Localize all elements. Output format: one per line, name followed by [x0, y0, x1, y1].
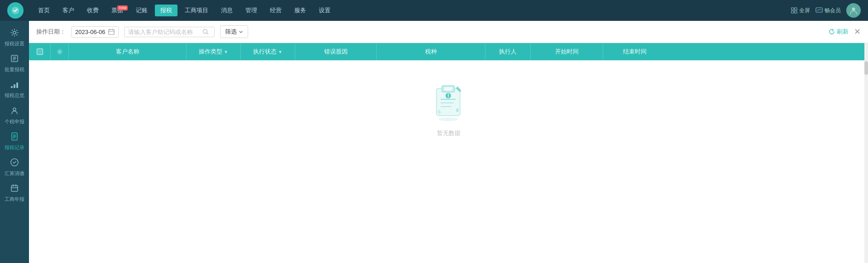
sidebar-label-tax-records: 报税记录	[5, 145, 24, 151]
empty-illustration	[428, 78, 469, 124]
batch-tax-icon	[10, 54, 19, 65]
member-button[interactable]: 畅会员	[815, 7, 841, 15]
date-picker[interactable]: 2023-06-06	[71, 26, 119, 38]
sidebar-item-batch-tax[interactable]: 批量报税	[0, 50, 29, 76]
svg-rect-1	[795, 8, 797, 10]
refresh-button[interactable]: 刷新	[829, 28, 849, 36]
th-client-name: 客户名称	[69, 43, 187, 60]
nav-message[interactable]: 消息	[216, 5, 238, 16]
empty-state: 暂无数据	[29, 60, 868, 156]
sidebar-item-tax-overview[interactable]: 报税总览	[0, 76, 29, 102]
nav-client[interactable]: 客户	[57, 5, 80, 16]
gear-icon	[57, 49, 63, 55]
svg-rect-20	[444, 87, 452, 91]
search-input[interactable]	[128, 29, 201, 35]
sidebar-item-tax-records[interactable]: 报税记录	[0, 128, 29, 154]
personal-tax-icon	[10, 106, 19, 117]
close-button[interactable]: ✕	[854, 27, 861, 37]
sidebar-label-batch-tax: 批量报税	[5, 67, 24, 73]
svg-point-11	[13, 108, 16, 111]
toolbar-right: 刷新 ✕	[829, 27, 861, 37]
avatar[interactable]	[846, 3, 861, 18]
nav-service[interactable]: 服务	[289, 5, 312, 16]
annual-report-icon	[10, 184, 19, 195]
svg-rect-14	[11, 185, 18, 191]
nav-tax[interactable]: 报税	[155, 5, 177, 16]
header-checkbox[interactable]	[37, 49, 43, 55]
th-exec-status: 执行状态 ▼	[241, 43, 295, 60]
svg-point-16	[203, 29, 207, 34]
svg-rect-15	[109, 29, 114, 34]
new-badge: new	[117, 5, 128, 10]
sidebar-label-settlement: 汇算清缴	[5, 170, 24, 176]
refresh-icon	[829, 29, 835, 35]
th-tax-type: 税种	[377, 43, 485, 60]
nav-business[interactable]: 工商项目	[179, 5, 214, 16]
sidebar-label-tax-settings: 报税设置	[5, 41, 24, 47]
th-start-time: 开始时间	[531, 43, 603, 60]
nav-settings[interactable]: 设置	[313, 5, 336, 16]
main-layout: 报税设置 批量报税 报税总览	[0, 21, 868, 263]
date-value: 2023-06-06	[75, 29, 106, 35]
top-nav-right: 全屏 畅会员	[791, 3, 861, 18]
svg-rect-10	[16, 83, 18, 88]
nav-home[interactable]: 首页	[33, 5, 55, 16]
settings-icon	[10, 28, 19, 39]
svg-point-5	[852, 8, 855, 11]
tax-records-icon	[10, 132, 19, 143]
sidebar-item-annual-report[interactable]: 工商年报	[0, 180, 29, 206]
svg-rect-3	[795, 11, 797, 13]
svg-rect-2	[791, 11, 794, 13]
chevron-down-icon	[239, 29, 243, 34]
content-area: 操作日期： 2023-06-06 筛选	[29, 21, 868, 263]
scrollbar-thumb[interactable]	[864, 61, 868, 75]
sidebar-item-settlement[interactable]: 汇算清缴	[0, 154, 29, 180]
nav-bookkeeping[interactable]: 记账	[130, 5, 153, 16]
svg-rect-8	[11, 86, 13, 88]
top-nav: 首页 客户 收费 票据 new 记账 报税 工商项目 消息 管理 经营 服务 设…	[0, 0, 868, 21]
nav-manage[interactable]: 管理	[240, 5, 263, 16]
sort-icon-2: ▼	[278, 49, 283, 54]
th-checkbox[interactable]	[29, 43, 51, 60]
svg-rect-9	[14, 84, 15, 88]
sidebar-item-personal-tax[interactable]: 个税申报	[0, 102, 29, 128]
sidebar: 报税设置 批量报税 报税总览	[0, 21, 29, 263]
nav-operation[interactable]: 经营	[264, 5, 287, 16]
nav-billing[interactable]: 收费	[82, 5, 104, 16]
svg-point-25	[438, 117, 458, 121]
th-op-type: 操作类型 ▼	[187, 43, 241, 60]
tax-overview-icon	[10, 80, 19, 91]
th-executor: 执行人	[485, 43, 531, 60]
th-end-time: 结束时间	[603, 43, 667, 60]
table-container: 客户名称 操作类型 ▼ 执行状态 ▼ 错误股因 税种 执行人 开始时间 结束时间	[29, 43, 868, 263]
toolbar: 操作日期： 2023-06-06 筛选	[29, 21, 868, 43]
sidebar-item-tax-settings[interactable]: 报税设置	[0, 24, 29, 50]
filter-button[interactable]: 筛选	[220, 25, 248, 38]
svg-rect-0	[791, 8, 794, 10]
th-error-reason: 错误股因	[295, 43, 377, 60]
svg-point-17	[59, 51, 61, 53]
settlement-icon	[10, 158, 19, 169]
search-box[interactable]	[124, 27, 215, 37]
svg-point-6	[13, 31, 16, 34]
sidebar-label-annual-report: 工商年报	[5, 196, 24, 202]
sidebar-label-personal-tax: 个税申报	[5, 119, 24, 125]
logo[interactable]	[7, 2, 24, 19]
sidebar-label-tax-overview: 报税总览	[5, 93, 24, 98]
nav-invoice[interactable]: 票据 new	[106, 5, 129, 16]
search-icon	[202, 29, 209, 35]
sort-icon: ▼	[224, 49, 228, 54]
svg-rect-4	[816, 8, 822, 12]
fullscreen-button[interactable]: 全屏	[791, 7, 810, 15]
table-header: 客户名称 操作类型 ▼ 执行状态 ▼ 错误股因 税种 执行人 开始时间 结束时间	[29, 43, 868, 60]
empty-text: 暂无数据	[437, 129, 460, 137]
nav-items: 首页 客户 收费 票据 new 记账 报税 工商项目 消息 管理 经营 服务 设…	[33, 5, 791, 16]
scrollbar-track[interactable]	[864, 43, 868, 263]
th-settings[interactable]	[51, 43, 69, 60]
date-label: 操作日期：	[36, 28, 66, 36]
